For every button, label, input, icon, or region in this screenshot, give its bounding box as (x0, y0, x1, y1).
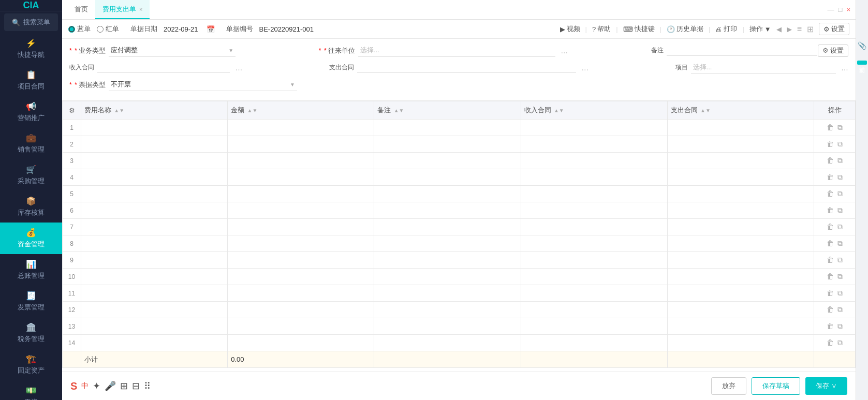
delete-row-icon[interactable]: 🗑 (827, 206, 834, 214)
cell-income-contract[interactable] (521, 235, 667, 252)
history-button[interactable]: 🕐 历史单据 (667, 24, 703, 34)
cell-expense-name[interactable] (81, 219, 228, 235)
cell-note[interactable] (374, 120, 521, 136)
expense-contract-more-icon[interactable]: … (581, 64, 589, 72)
th-expense-name[interactable]: 费用名称 ▲▼ (81, 101, 228, 120)
sidebar-item-project-contract[interactable]: 📋 项目合同 (0, 65, 62, 96)
cell-amount[interactable] (228, 285, 374, 302)
cell-expense-name[interactable] (81, 153, 228, 169)
window-minimize-icon[interactable]: — (828, 6, 834, 13)
sidebar-item-payroll[interactable]: 💵 工资 (0, 380, 62, 400)
cell-amount[interactable] (228, 318, 374, 335)
cell-amount[interactable] (228, 136, 374, 153)
cell-note[interactable] (374, 335, 521, 351)
copy-row-icon[interactable]: ⧉ (837, 239, 843, 247)
red-radio-input[interactable] (97, 26, 104, 33)
cell-note[interactable] (374, 202, 521, 219)
delete-row-icon[interactable]: 🗑 (827, 156, 834, 165)
delete-row-icon[interactable]: 🗑 (827, 140, 834, 148)
cell-expense-name[interactable] (81, 120, 228, 136)
income-contract-more-icon[interactable]: … (235, 64, 242, 72)
sidebar-item-capital[interactable]: 💰 资金管理 (0, 223, 62, 254)
cell-expense-contract[interactable] (667, 219, 814, 235)
cell-amount[interactable] (228, 335, 374, 351)
delete-row-icon[interactable]: 🗑 (827, 123, 834, 131)
cell-expense-contract[interactable] (667, 269, 814, 285)
assist-button[interactable]: 辅助 (857, 61, 867, 65)
cell-expense-name[interactable] (81, 186, 228, 202)
cell-note[interactable] (374, 318, 521, 335)
cell-expense-name[interactable] (81, 285, 228, 302)
cell-amount[interactable] (228, 120, 374, 136)
cell-note[interactable] (374, 153, 521, 169)
th-amount[interactable]: 金额 ▲▼ (228, 101, 374, 120)
cell-expense-contract[interactable] (667, 235, 814, 252)
window-close-icon[interactable]: × (846, 6, 850, 13)
footer-dots-icon[interactable]: ⠿ (144, 380, 151, 392)
tab-close-icon[interactable]: × (139, 6, 142, 12)
help-button[interactable]: ? 帮助 (592, 24, 611, 34)
video-button[interactable]: ▶ 视频 (560, 24, 580, 34)
cell-expense-contract[interactable] (667, 335, 814, 351)
cell-expense-name[interactable] (81, 252, 228, 269)
footer-grid-icon[interactable]: ⊟ (132, 380, 140, 392)
footer-table-icon[interactable]: ⊞ (120, 380, 128, 392)
cell-amount[interactable] (228, 252, 374, 269)
list-view-icon[interactable]: ≡ (797, 24, 802, 34)
cell-note[interactable] (374, 285, 521, 302)
copy-row-icon[interactable]: ⧉ (837, 189, 843, 198)
cell-amount[interactable] (228, 235, 374, 252)
delete-row-icon[interactable]: 🗑 (827, 173, 834, 181)
note-input[interactable] (667, 45, 817, 56)
cell-amount[interactable] (228, 302, 374, 318)
red-single-radio[interactable]: 红单 (97, 24, 119, 34)
sidebar-item-quick-nav[interactable]: ⚡ 快捷导航 (0, 33, 62, 65)
delete-row-icon[interactable]: 🗑 (827, 289, 834, 297)
footer-mic-icon[interactable]: 🎤 (105, 380, 116, 392)
delete-row-icon[interactable]: 🗑 (827, 223, 834, 231)
th-income-contract[interactable]: 收入合同 ▲▼ (521, 101, 667, 120)
delete-row-icon[interactable]: 🗑 (827, 256, 834, 264)
project-more-icon[interactable]: … (841, 64, 848, 72)
delete-row-icon[interactable]: 🗑 (827, 189, 834, 198)
counterparty-more-icon[interactable]: … (561, 47, 568, 55)
attachment-icon[interactable]: 📎 (858, 41, 866, 50)
settings-button[interactable]: ⚙ 设置 (819, 23, 849, 35)
copy-row-icon[interactable]: ⧉ (837, 123, 843, 131)
cell-expense-name[interactable] (81, 302, 228, 318)
cell-amount[interactable] (228, 186, 374, 202)
sidebar-item-tax[interactable]: 🏛️ 税务管理 (0, 317, 62, 349)
blue-radio-input[interactable] (68, 26, 75, 33)
table-settings-icon[interactable]: ⚙ (69, 107, 75, 114)
window-maximize-icon[interactable]: □ (838, 6, 843, 13)
copy-row-icon[interactable]: ⧉ (837, 338, 843, 347)
cell-income-contract[interactable] (521, 285, 667, 302)
cell-income-contract[interactable] (521, 269, 667, 285)
cell-amount[interactable] (228, 219, 374, 235)
cell-income-contract[interactable] (521, 202, 667, 219)
copy-row-icon[interactable]: ⧉ (837, 173, 843, 181)
cell-expense-contract[interactable] (667, 120, 814, 136)
cell-income-contract[interactable] (521, 186, 667, 202)
delete-row-icon[interactable]: 🗑 (827, 338, 834, 347)
cell-expense-name[interactable] (81, 318, 228, 335)
sidebar-item-purchase[interactable]: 🛒 采购管理 (0, 159, 62, 191)
copy-row-icon[interactable]: ⧉ (837, 322, 843, 330)
cell-note[interactable] (374, 252, 521, 269)
discard-button[interactable]: 放弃 (711, 377, 746, 395)
copy-row-icon[interactable]: ⧉ (837, 305, 843, 314)
cell-expense-name[interactable] (81, 235, 228, 252)
cell-expense-contract[interactable] (667, 252, 814, 269)
delete-row-icon[interactable]: 🗑 (827, 305, 834, 314)
delete-row-icon[interactable]: 🗑 (827, 322, 834, 330)
cell-amount[interactable] (228, 202, 374, 219)
cell-amount[interactable] (228, 153, 374, 169)
invoice-type-select[interactable]: 不开票 ▼ (109, 78, 297, 91)
project-select[interactable]: 选择... (691, 61, 836, 74)
cell-income-contract[interactable] (521, 252, 667, 269)
cell-expense-contract[interactable] (667, 285, 814, 302)
cell-income-contract[interactable] (521, 318, 667, 335)
cell-note[interactable] (374, 302, 521, 318)
cell-expense-name[interactable] (81, 169, 228, 186)
save-draft-button[interactable]: 保存草稿 (752, 377, 800, 395)
